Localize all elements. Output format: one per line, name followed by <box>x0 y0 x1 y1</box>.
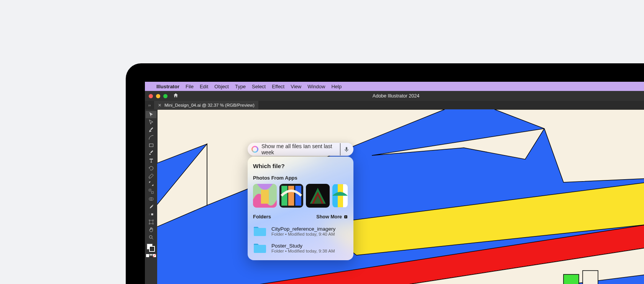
svg-rect-18 <box>583 271 598 284</box>
pen-tool[interactable] <box>146 126 156 134</box>
screen: Illustrator File Edit Object Type Select… <box>145 82 644 284</box>
menu-object[interactable]: Object <box>214 84 229 89</box>
color-mode-icon[interactable] <box>146 254 149 257</box>
eraser-tool[interactable] <box>146 172 156 180</box>
expand-panels-icon[interactable]: ›› <box>145 103 154 107</box>
selection-tool[interactable] <box>146 111 156 118</box>
toolbar <box>145 109 157 284</box>
show-more-label: Show More <box>316 214 342 220</box>
type-tool[interactable] <box>146 157 156 164</box>
window-minimize-button[interactable] <box>156 94 160 98</box>
document-tab-row: ›› ✕ Mini_Design_04.ai @ 32.37 % (RGB/Pr… <box>145 101 644 109</box>
menu-type[interactable]: Type <box>235 84 246 89</box>
folder-meta: Folder • Modified today, 9:38 AM <box>271 249 348 253</box>
document-tab-label: Mini_Design_04.ai @ 32.37 % (RGB/Preview… <box>164 103 255 107</box>
gradient-mode-icon[interactable] <box>150 254 153 257</box>
close-tab-icon[interactable]: ✕ <box>158 103 161 108</box>
app-title: Adobe Illustrator 2024 <box>373 93 419 99</box>
svg-rect-32 <box>344 215 347 218</box>
fill-stroke-swatches[interactable] <box>147 244 155 252</box>
window-close-button[interactable] <box>149 94 153 98</box>
photo-thumbnails <box>253 184 348 208</box>
menu-edit[interactable]: Edit <box>200 84 208 89</box>
show-more-button[interactable]: Show More <box>316 214 348 220</box>
home-icon[interactable] <box>173 92 179 99</box>
folder-item[interactable]: CityPop_reference_imagery Folder • Modif… <box>253 223 348 239</box>
document-tab[interactable]: ✕ Mini_Design_04.ai @ 32.37 % (RGB/Previ… <box>154 101 258 109</box>
direct-selection-tool[interactable] <box>146 119 156 126</box>
none-mode-icon[interactable] <box>153 254 156 257</box>
folder-icon <box>253 225 267 237</box>
folder-meta: Folder • Modified today, 9:40 AM <box>271 232 348 236</box>
chevron-right-icon <box>343 215 348 219</box>
menu-window[interactable]: Window <box>307 84 325 89</box>
siri-result-panel: Which file? Photos From Apps Folders Sho… <box>248 157 353 260</box>
monitor-bezel: Illustrator File Edit Object Type Select… <box>126 63 644 284</box>
macos-menubar: Illustrator File Edit Object Type Select… <box>145 82 644 91</box>
rectangle-tool[interactable] <box>146 142 156 149</box>
folder-item[interactable]: Poster_Study Folder • Modified today, 9:… <box>253 239 348 256</box>
siri-icon <box>251 146 258 153</box>
width-tool[interactable] <box>146 188 156 195</box>
curvature-tool[interactable] <box>146 134 156 141</box>
menu-view[interactable]: View <box>291 84 301 89</box>
folder-name: Poster_Study <box>271 243 348 249</box>
photo-thumbnail[interactable] <box>279 184 303 208</box>
folder-icon <box>253 242 267 254</box>
hand-tool[interactable] <box>146 226 156 233</box>
eyedropper-tool[interactable] <box>146 203 156 210</box>
siri-search-bar[interactable]: Show me all files Ian sent last week <box>248 143 353 156</box>
svg-rect-2 <box>151 192 153 193</box>
shape-builder-tool[interactable] <box>146 195 156 203</box>
traffic-lights <box>149 94 168 98</box>
gradient-tool[interactable] <box>146 211 156 218</box>
workspace <box>145 109 644 284</box>
svg-point-8 <box>149 236 152 239</box>
svg-rect-23 <box>288 186 294 206</box>
svg-rect-0 <box>149 144 153 147</box>
photo-thumbnail[interactable] <box>332 184 348 208</box>
menubar-app-name[interactable]: Illustrator <box>156 84 179 89</box>
window-maximize-button[interactable] <box>163 94 168 98</box>
svg-rect-7 <box>150 220 153 224</box>
svg-rect-17 <box>564 274 579 284</box>
paintbrush-tool[interactable] <box>146 149 156 157</box>
photo-thumbnail[interactable] <box>253 184 277 208</box>
canvas[interactable] <box>157 109 644 284</box>
folders-section-title: Folders <box>253 214 271 220</box>
photo-thumbnail[interactable] <box>306 184 330 208</box>
svg-rect-20 <box>261 190 269 204</box>
svg-rect-1 <box>149 189 151 191</box>
rotate-tool[interactable] <box>146 165 156 172</box>
scale-tool[interactable] <box>146 180 156 187</box>
svg-rect-6 <box>149 213 151 215</box>
stroke-swatch[interactable] <box>149 246 155 252</box>
menu-help[interactable]: Help <box>331 84 342 89</box>
menu-effect[interactable]: Effect <box>272 84 284 89</box>
artboard-tool[interactable] <box>146 218 156 226</box>
siri-heading: Which file? <box>253 163 348 170</box>
folder-name: CityPop_reference_imagery <box>271 226 348 232</box>
siri-query-text[interactable]: Show me all files Ian sent last week <box>261 143 340 155</box>
photos-section-title: Photos From Apps <box>253 175 348 181</box>
microphone-icon[interactable] <box>343 146 350 152</box>
color-mode-toggles[interactable] <box>146 254 156 257</box>
zoom-tool[interactable] <box>146 234 156 241</box>
app-titlebar: Adobe Illustrator 2024 <box>145 91 644 101</box>
menu-file[interactable]: File <box>186 84 194 89</box>
menu-select[interactable]: Select <box>252 84 266 89</box>
